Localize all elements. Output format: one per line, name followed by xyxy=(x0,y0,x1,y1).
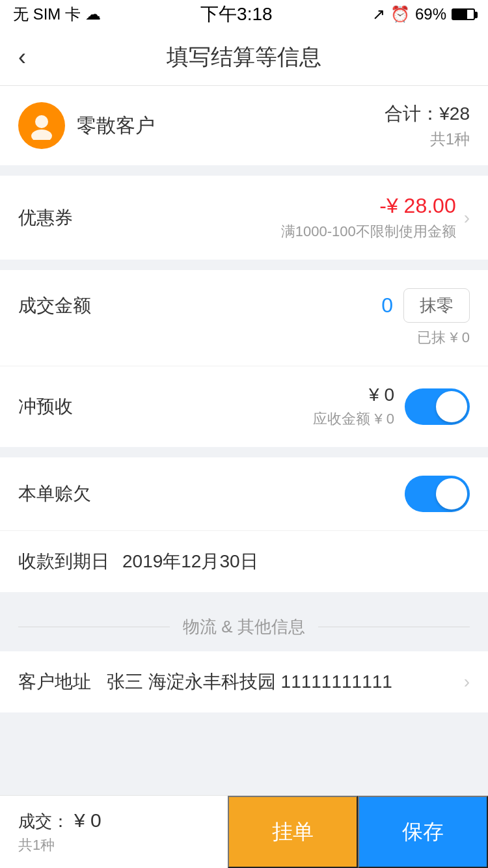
transaction-row: 成交金额 0 抹零 已抹 ¥ 0 xyxy=(0,270,488,366)
coupon-row[interactable]: 优惠券 -¥ 28.00 满1000-100不限制使用金额 › xyxy=(0,176,488,260)
location-icon: ↗ xyxy=(372,5,385,23)
logistics-title: 物流 & 其他信息 xyxy=(183,616,305,638)
logistics-line-left xyxy=(18,627,170,627)
address-chevron-icon: › xyxy=(464,671,470,692)
footer-count: 共1种 xyxy=(18,835,210,855)
prereceive-amounts: ¥ 0 应收金额 ¥ 0 xyxy=(313,385,394,429)
battery-icon xyxy=(452,8,475,20)
prereceive-right: ¥ 0 应收金额 ¥ 0 xyxy=(313,385,470,429)
duedate-row[interactable]: 收款到期日 2019年12月30日 xyxy=(0,530,488,592)
duedate-label: 收款到期日 xyxy=(18,549,109,574)
svg-point-1 xyxy=(31,129,52,140)
debt-section: 本单赊欠 收款到期日 2019年12月30日 xyxy=(0,457,488,592)
duedate-value: 2019年12月30日 xyxy=(122,549,258,574)
customer-right: 合计：¥28 共1种 xyxy=(385,102,470,150)
prereceive-label: 冲预收 xyxy=(18,394,73,419)
round-button[interactable]: 抹零 xyxy=(403,288,470,323)
debt-row: 本单赊欠 xyxy=(0,457,488,530)
debt-toggle[interactable] xyxy=(405,476,470,512)
status-left: 无 SIM 卡 ☁ xyxy=(13,4,101,25)
coupon-section: 优惠券 -¥ 28.00 满1000-100不限制使用金额 › xyxy=(0,176,488,260)
address-label: 客户地址 xyxy=(18,670,91,694)
footer-amount: ¥ 0 xyxy=(74,809,102,832)
toggle-knob xyxy=(436,391,467,422)
coupon-amount: -¥ 28.00 xyxy=(281,194,456,218)
footer-deal-label: 成交： xyxy=(18,810,69,833)
alarm-icon: ⏰ xyxy=(390,5,410,23)
coupon-right: -¥ 28.00 满1000-100不限制使用金额 › xyxy=(281,194,470,241)
svg-point-0 xyxy=(35,115,48,128)
status-time: 下午3:18 xyxy=(200,2,273,27)
coupon-label: 优惠券 xyxy=(18,206,73,230)
coupon-value-block: -¥ 28.00 满1000-100不限制使用金额 xyxy=(281,194,456,241)
avatar-icon xyxy=(27,111,56,140)
transaction-right-top: 0 抹零 xyxy=(354,288,470,323)
logistics-line-right xyxy=(318,627,470,627)
address-value: 张三 海淀永丰科技园 11111111111 xyxy=(107,670,464,694)
customer-left: 零散客户 xyxy=(18,102,155,149)
footer-info: 成交： ¥ 0 共1种 xyxy=(0,796,228,868)
address-chevron: › xyxy=(464,671,470,692)
debt-toggle-knob xyxy=(436,478,467,509)
transaction-label: 成交金额 xyxy=(18,293,91,318)
logistics-header: 物流 & 其他信息 xyxy=(0,603,488,651)
transaction-section: 成交金额 0 抹零 已抹 ¥ 0 冲预收 ¥ 0 应收金额 ¥ 0 xyxy=(0,270,488,447)
content-area: 零散客户 合计：¥28 共1种 优惠券 -¥ 28.00 满1000-100不限… xyxy=(0,86,488,801)
customer-section: 零散客户 合计：¥28 共1种 xyxy=(0,86,488,165)
prereceive-row: 冲预收 ¥ 0 应收金额 ¥ 0 xyxy=(0,366,488,447)
transaction-sub: 已抹 ¥ 0 xyxy=(18,328,470,347)
save-button[interactable]: 保存 xyxy=(358,796,488,868)
nav-bar: ‹ 填写结算等信息 xyxy=(0,29,488,86)
address-row[interactable]: 客户地址 张三 海淀永丰科技园 11111111111 › xyxy=(0,651,488,712)
battery-status: 69% xyxy=(415,5,446,23)
total-count: 共1种 xyxy=(385,129,470,150)
back-button[interactable]: ‹ xyxy=(18,44,26,71)
prereceive-toggle[interactable] xyxy=(405,388,470,425)
sim-status: 无 SIM 卡 ☁ xyxy=(13,4,101,25)
customer-avatar xyxy=(18,102,65,149)
status-right: ↗ ⏰ 69% xyxy=(372,5,475,23)
total-amount: 合计：¥28 xyxy=(385,102,470,126)
prereceive-sub: 应收金额 ¥ 0 xyxy=(313,409,394,429)
customer-name: 零散客户 xyxy=(77,113,155,139)
prereceive-main: ¥ 0 xyxy=(313,385,394,405)
coupon-desc: 满1000-100不限制使用金额 xyxy=(281,222,456,241)
page-title: 填写结算等信息 xyxy=(167,42,321,72)
transaction-value[interactable]: 0 xyxy=(354,293,393,318)
debt-label: 本单赊欠 xyxy=(18,481,91,506)
bottom-footer: 成交： ¥ 0 共1种 挂单 保存 xyxy=(0,795,488,868)
hang-button[interactable]: 挂单 xyxy=(228,796,358,868)
transaction-top: 成交金额 0 抹零 xyxy=(18,288,470,323)
status-bar: 无 SIM 卡 ☁ 下午3:18 ↗ ⏰ 69% xyxy=(0,0,488,29)
chevron-right-icon: › xyxy=(464,208,470,228)
